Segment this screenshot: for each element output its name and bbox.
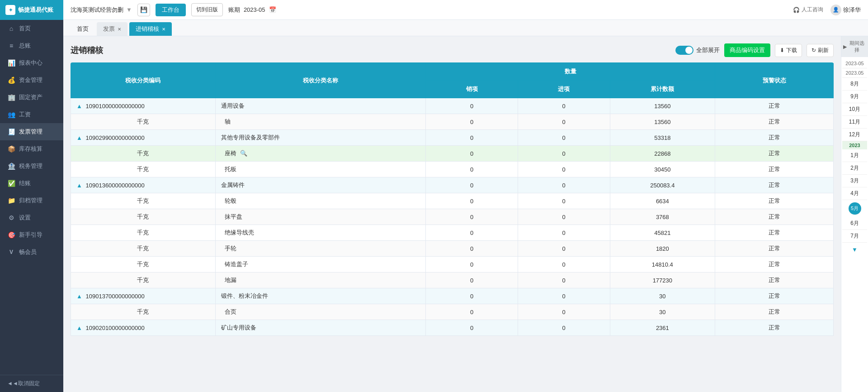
th-sales: 销项 [426, 81, 518, 98]
row-name: 轴 [215, 114, 425, 130]
row-purchase: 0 [518, 272, 610, 288]
sidebar-item-inventory[interactable]: 📦 库存核算 [0, 140, 63, 158]
row-purchase: 0 [518, 177, 610, 193]
main-area: 沈海英测试经营勿删 ▼ 💾 工作台 切到旧版 账期 2023-05 📅 🎧 人工… [63, 0, 868, 392]
period-list: 2023-05 2023.05 8月 9月 10月 11月 12月 2023 1… [841, 57, 868, 244]
row-name: 绝缘导线壳 [215, 225, 425, 241]
logo-text: 畅捷通易代账 [18, 6, 53, 14]
tab-invoice-label: 发票 [103, 25, 115, 33]
page-header: 进销稽核 全部展开 商品编码设置 ⬇ 下载 ↻ 刷新 [71, 43, 834, 57]
scroll-down-arrow[interactable]: ▼ [841, 244, 868, 255]
row-name: 铸造盖子 [215, 257, 425, 272]
expand-triangle[interactable]: ▲ [76, 103, 82, 110]
row-total: 13560 [610, 114, 715, 130]
expand-triangle[interactable]: ▲ [76, 182, 82, 189]
table-row: 千克 绝缘导线壳 0 0 45821 正常 [71, 225, 834, 241]
row-sales: 0 [426, 272, 518, 288]
period-month-9[interactable]: 9月 [842, 91, 867, 103]
period-month-4[interactable]: 4月 [842, 187, 867, 200]
product-code-button[interactable]: 商品编码设置 [724, 43, 770, 57]
refresh-button[interactable]: ↻ 刷新 [807, 44, 834, 57]
period-header-label: 期间选择 [848, 40, 866, 53]
period-year-marker: 2023 [842, 141, 867, 149]
tabbar: 首页 发票 ✕ 进销稽核 ✕ [63, 20, 868, 36]
row-total: 3768 [610, 209, 715, 225]
sidebar-item-member[interactable]: V 畅会员 [0, 244, 63, 261]
row-warning: 正常 [715, 114, 834, 130]
period-month-12[interactable]: 12月 [842, 129, 867, 141]
row-total: 1820 [610, 241, 715, 257]
sidebar-item-salary[interactable]: 👥 工资 [0, 106, 63, 123]
sidebar-item-archive[interactable]: 📁 归档管理 [0, 192, 63, 209]
search-icon[interactable]: 🔍 [240, 150, 247, 157]
sidebar-item-ledger[interactable]: ≡ 总账 [0, 37, 63, 54]
sidebar-item-tax[interactable]: 🏦 税务管理 [0, 158, 63, 175]
row-total: 30 [610, 288, 715, 304]
tab-invoice-close[interactable]: ✕ [118, 27, 121, 32]
salary-icon: 👥 [7, 111, 15, 118]
period-month-6[interactable]: 6月 [842, 217, 867, 230]
sidebar-item-label: 畅会员 [19, 248, 37, 256]
sidebar-item-home[interactable]: ⌂ 首页 [0, 20, 63, 37]
unpin-label: ◄◄取消固定 [7, 380, 40, 387]
row-unit: 千克 [71, 241, 216, 257]
sidebar-item-settlement[interactable]: ✅ 结账 [0, 175, 63, 192]
sidebar-item-reports[interactable]: 📊 报表中心 [0, 54, 63, 72]
download-button[interactable]: ⬇ 下载 [775, 44, 802, 57]
period-month-3[interactable]: 3月 [842, 175, 867, 187]
period-month-1[interactable]: 1月 [842, 149, 867, 162]
expand-triangle[interactable]: ▲ [76, 293, 82, 300]
row-sales: 0 [426, 177, 518, 193]
code-value: 109010000000000000 [86, 103, 145, 110]
table-row: ▲ 109029900000000000 其他专用设备及零部件 0 0 5331… [71, 130, 834, 146]
save-icon: 💾 [140, 6, 147, 13]
table-row: ▲ 109013600000000000 金属铸件 0 0 250083.4 正… [71, 177, 834, 193]
row-total: 22868 [610, 146, 715, 162]
th-total: 累计数额 [610, 81, 715, 98]
expand-triangle[interactable]: ▲ [76, 325, 82, 331]
row-sales: 0 [426, 304, 518, 320]
row-name: 矿山专用设备 [215, 320, 425, 336]
service-button[interactable]: 🎧 人工咨询 [793, 6, 823, 14]
sidebar-item-guide[interactable]: 🎯 新手引导 [0, 226, 63, 244]
row-warning: 正常 [715, 209, 834, 225]
oldver-button[interactable]: 切到旧版 [191, 3, 223, 16]
tab-home[interactable]: 首页 [71, 22, 95, 36]
table-row: 千克 合页 0 0 30 正常 [71, 304, 834, 320]
sidebar-item-fixed-assets[interactable]: 🏢 固定资产 [0, 89, 63, 106]
table-row: 千克 地漏 0 0 177230 正常 [71, 272, 834, 288]
sidebar-item-invoice[interactable]: 🧾 发票管理 [0, 123, 63, 140]
sidebar-logo: ✦ 畅捷通易代账 [0, 0, 63, 20]
row-total: 13560 [610, 98, 715, 114]
workspace-button[interactable]: 工作台 [156, 4, 186, 16]
row-sales: 0 [426, 225, 518, 241]
period-month-5-active[interactable]: 5月 [849, 202, 861, 215]
tab-reconcile[interactable]: 进销稽核 ✕ [129, 22, 172, 36]
row-code: ▲ 109013600000000000 [71, 177, 216, 193]
expand-toggle[interactable] [675, 46, 693, 55]
company-selector[interactable]: 沈海英测试经营勿删 ▼ [71, 6, 132, 14]
period-selector[interactable]: 账期 2023-05 📅 [228, 6, 276, 14]
period-month-2[interactable]: 2月 [842, 162, 867, 175]
row-unit: 千克 [71, 193, 216, 209]
sidebar-item-funds[interactable]: 💰 资金管理 [0, 72, 63, 89]
table-row: 千克 铸造盖子 0 0 14810.4 正常 [71, 257, 834, 272]
period-selector-header[interactable]: ▶ 期间选择 [841, 36, 868, 57]
item-name: 地漏 [225, 277, 236, 283]
expand-triangle[interactable]: ▲ [76, 134, 82, 141]
sidebar-item-settings[interactable]: ⚙ 设置 [0, 209, 63, 226]
row-code: ▲ 109010000000000000 [71, 98, 216, 114]
tab-reconcile-close[interactable]: ✕ [162, 27, 165, 32]
period-month-11[interactable]: 11月 [842, 116, 867, 129]
inventory-icon: 📦 [7, 145, 15, 153]
period-month-10[interactable]: 10月 [842, 103, 867, 116]
period-month-7[interactable]: 7月 [842, 230, 867, 243]
row-total: 6634 [610, 193, 715, 209]
user-menu[interactable]: 👤 徐泽华 [830, 5, 861, 15]
period-month-8[interactable]: 8月 [842, 78, 867, 91]
code-value: 109013700000000000 [86, 293, 145, 300]
tab-invoice[interactable]: 发票 ✕ [97, 22, 127, 36]
table-row: ▲ 109010000000000000 通用设备 0 0 13560 正常 [71, 98, 834, 114]
sidebar-unpin-btn[interactable]: ◄◄取消固定 [0, 375, 63, 392]
save-button[interactable]: 💾 [137, 4, 150, 16]
